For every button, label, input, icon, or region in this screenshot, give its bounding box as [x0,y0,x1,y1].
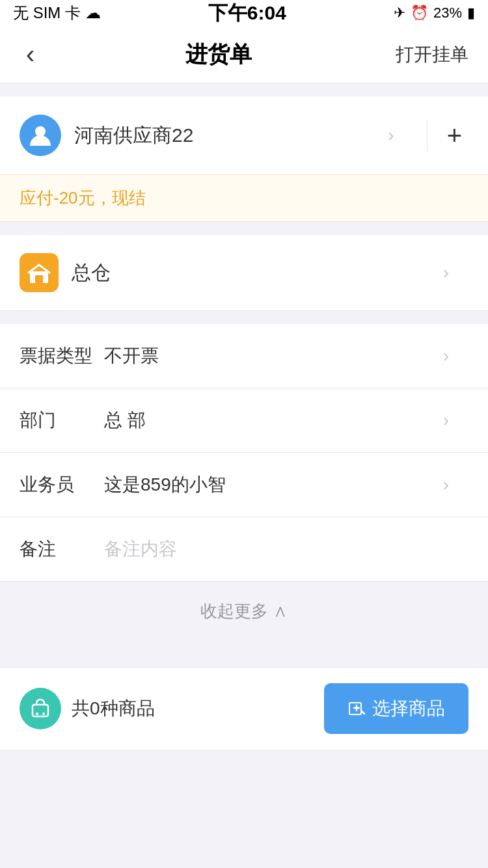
select-product-button[interactable]: 选择商品 [324,683,468,734]
remark-row[interactable]: 备注 备注内容 [0,517,488,581]
collapse-label: 收起更多 ∧ [200,600,287,623]
cart-icon [29,697,52,720]
svg-point-0 [35,126,46,137]
invoice-type-chevron-icon: › [443,346,449,366]
cart-icon-wrap [20,688,61,729]
battery-level: 23% [433,5,462,21]
supplier-chevron-icon: › [388,125,394,146]
supplier-name: 河南供应商22 [74,122,388,149]
bottom-bar: 共0种商品 选择商品 [0,667,488,750]
supplier-avatar [20,115,61,156]
supplier-row[interactable]: 河南供应商22 › + [0,96,488,174]
notice-text: 应付-20元，现结 [20,188,146,208]
product-count-area: 共0种商品 [20,688,155,729]
department-row[interactable]: 部门 总 部 › [0,388,488,453]
status-bar: 无 SIM 卡 ☁ 下午6:04 ✈ ⏰ 23% ▮ [0,0,488,26]
nav-bar: ‹ 进货单 打开挂单 [0,26,488,83]
salesperson-label: 业务员 [20,472,104,497]
invoice-type-label: 票据类型 [20,344,104,368]
svg-rect-3 [33,705,48,716]
collapse-row[interactable]: 收起更多 ∧ [0,581,488,641]
product-count-text: 共0种商品 [72,696,155,721]
select-product-icon [347,699,366,718]
department-value: 总 部 [104,408,443,433]
back-button[interactable]: ‹ [20,33,41,75]
department-label: 部门 [20,408,104,433]
status-time: 下午6:04 [208,0,286,27]
remark-label: 备注 [20,537,104,562]
department-chevron-icon: › [443,410,449,431]
supplier-section: 河南供应商22 › + 应付-20元，现结 [0,96,488,222]
svg-rect-2 [35,275,43,283]
invoice-type-row[interactable]: 票据类型 不开票 › [0,324,488,388]
warehouse-chevron-icon: › [443,262,449,283]
location-icon: ✈ [394,5,405,21]
page-background [0,750,488,868]
select-product-label: 选择商品 [372,696,445,721]
battery-icon: ▮ [467,5,475,21]
salesperson-chevron-icon: › [443,474,449,495]
add-supplier-button[interactable]: + [441,121,468,150]
section-gap-2 [0,641,488,654]
invoice-type-value: 不开票 [104,344,443,368]
status-left: 无 SIM 卡 ☁ [13,3,101,23]
notice-banner: 应付-20元，现结 [0,174,488,222]
open-pending-button[interactable]: 打开挂单 [396,42,468,67]
remark-input[interactable]: 备注内容 [104,537,468,562]
warehouse-icon [27,261,51,284]
status-right: ✈ ⏰ 23% ▮ [394,5,475,21]
page-title: 进货单 [185,40,252,70]
warehouse-icon-wrap [20,253,59,292]
vertical-divider [427,119,427,152]
alarm-icon: ⏰ [411,5,428,21]
svg-point-4 [36,712,38,715]
sim-status: 无 SIM 卡 ☁ [13,3,101,23]
svg-point-5 [42,712,45,715]
salesperson-value: 这是859的小智 [104,472,443,497]
warehouse-name: 总仓 [72,260,443,286]
section-gap-1 [0,83,488,96]
form-section: 票据类型 不开票 › 部门 总 部 › 业务员 这是859的小智 › 备注 备注… [0,324,488,581]
person-icon [27,122,53,148]
warehouse-row[interactable]: 总仓 › [0,235,488,311]
salesperson-row[interactable]: 业务员 这是859的小智 › [0,453,488,517]
